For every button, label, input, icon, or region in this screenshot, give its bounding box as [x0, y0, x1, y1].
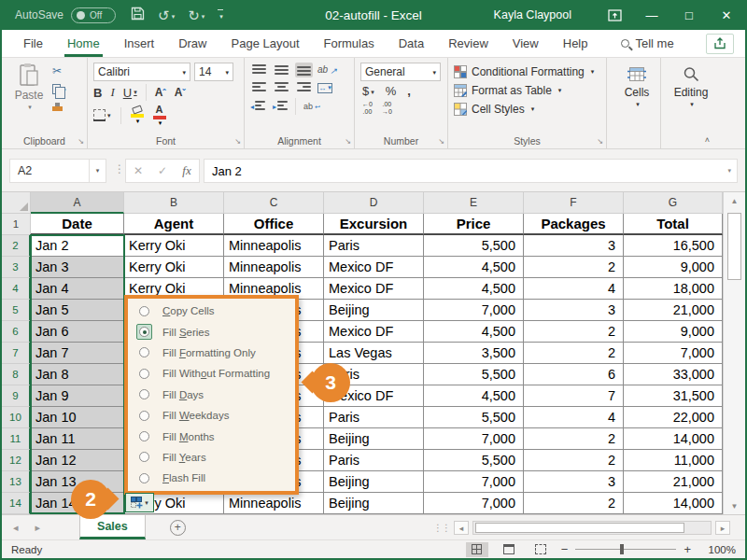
tab-view[interactable]: View	[500, 30, 551, 57]
formula-input[interactable]: Jan 2	[204, 159, 738, 183]
borders-button[interactable]	[93, 109, 111, 121]
font-dialog-launcher-icon[interactable]	[234, 137, 241, 146]
column-header-C[interactable]: C	[224, 192, 324, 214]
collapse-ribbon-icon[interactable]: ˄	[705, 135, 710, 145]
cell-styles-button[interactable]: Cell Styles	[454, 100, 600, 118]
fill-color-button[interactable]	[131, 106, 144, 125]
tab-review[interactable]: Review	[436, 30, 500, 57]
zoom-in-icon[interactable]: +	[684, 542, 691, 556]
cell-D5[interactable]: Beijing	[324, 300, 424, 321]
row-header-11[interactable]: 11	[2, 428, 31, 450]
cell-A11[interactable]: Jan 11	[31, 428, 124, 450]
cancel-icon[interactable]: ✕	[126, 164, 150, 177]
page-layout-view-button[interactable]	[498, 542, 520, 557]
cell-F4[interactable]: 4	[524, 278, 624, 300]
cut-icon[interactable]: ✂	[52, 64, 66, 77]
cell-F12[interactable]: 2	[524, 450, 624, 471]
paste-button[interactable]: Paste	[7, 63, 50, 111]
middle-align-button[interactable]	[273, 63, 290, 77]
menu-item-flash-fill[interactable]: Flash Fill	[128, 468, 295, 488]
merge-center-button[interactable]: ↔	[317, 83, 332, 93]
cell-G1[interactable]: Total	[624, 214, 723, 235]
top-align-button[interactable]	[250, 63, 268, 77]
cell-G9[interactable]: 31,500	[624, 385, 723, 407]
vertical-scroll-thumb[interactable]	[727, 213, 741, 280]
increase-decimal-button[interactable]: ←0 .00	[362, 101, 373, 115]
cell-E8[interactable]: 5,500	[424, 364, 524, 385]
select-all-corner[interactable]	[2, 192, 31, 214]
cell-E4[interactable]: 4,500	[424, 278, 524, 300]
cell-A9[interactable]: Jan 9	[31, 385, 124, 407]
cell-A8[interactable]: Jan 8	[31, 364, 124, 385]
tab-data[interactable]: Data	[387, 30, 436, 57]
zoom-slider-thumb[interactable]	[620, 544, 624, 554]
expand-formula-bar-icon[interactable]	[727, 167, 731, 175]
format-painter-icon[interactable]	[52, 106, 63, 111]
cell-F7[interactable]: 2	[524, 343, 624, 364]
cell-D11[interactable]: Beijing	[324, 428, 424, 450]
cell-B3[interactable]: Kerry Oki	[124, 257, 224, 278]
wrap-text-button[interactable]: ab	[303, 102, 320, 111]
cell-D3[interactable]: Mexico DF	[324, 257, 424, 278]
align-left-button[interactable]	[250, 80, 268, 95]
cell-D6[interactable]: Mexico DF	[324, 321, 424, 343]
name-box[interactable]: A2	[9, 159, 106, 183]
cell-E12[interactable]: 5,500	[424, 450, 524, 471]
save-icon[interactable]	[131, 7, 145, 24]
cell-E3[interactable]: 4,500	[424, 257, 524, 278]
decrease-font-size-button[interactable]: A	[175, 86, 186, 99]
cell-E6[interactable]: 4,500	[424, 321, 524, 343]
cell-D10[interactable]: Paris	[324, 407, 424, 428]
number-dialog-launcher-icon[interactable]	[438, 137, 444, 146]
clipboard-dialog-launcher-icon[interactable]	[78, 137, 84, 146]
tell-me-box[interactable]: Tell me	[621, 30, 674, 57]
cells-button[interactable]: Cells	[613, 63, 661, 108]
vertical-scrollbar[interactable]	[723, 192, 745, 514]
column-header-A[interactable]: A	[31, 192, 124, 214]
tab-formulas[interactable]: Formulas	[312, 30, 387, 57]
menu-item-fill-months[interactable]: Fill Months	[128, 426, 295, 446]
cell-C3[interactable]: Minneapolis	[224, 257, 324, 278]
horizontal-scroll-track[interactable]	[472, 521, 712, 535]
cell-G12[interactable]: 11,000	[624, 450, 723, 471]
cell-E7[interactable]: 3,500	[424, 343, 524, 364]
orientation-button[interactable]: ab	[317, 64, 337, 75]
cell-G6[interactable]: 9,000	[624, 321, 723, 343]
cell-E9[interactable]: 4,500	[424, 385, 524, 407]
row-header-5[interactable]: 5	[2, 300, 31, 321]
scrollbar-resize-handle[interactable]: ⋮⋮	[433, 523, 450, 533]
close-button[interactable]: ✕	[708, 0, 745, 30]
column-header-F[interactable]: F	[524, 192, 624, 214]
cell-B2[interactable]: Kerry Oki	[124, 235, 224, 257]
horizontal-scroll-thumb[interactable]	[475, 523, 684, 533]
accounting-format-button[interactable]: $	[362, 84, 374, 98]
comma-style-button[interactable]: ,	[407, 84, 411, 98]
bottom-align-button[interactable]	[295, 63, 313, 77]
row-header-10[interactable]: 10	[2, 407, 31, 428]
cell-F13[interactable]: 3	[524, 471, 624, 493]
copy-icon[interactable]	[52, 81, 66, 98]
cell-D12[interactable]: Paris	[324, 450, 424, 471]
format-as-table-button[interactable]: Format as Table	[454, 81, 600, 99]
insert-function-icon[interactable]: fx	[175, 163, 199, 178]
align-right-button[interactable]	[295, 80, 313, 95]
cell-D14[interactable]: Beijing	[324, 493, 424, 514]
tab-help[interactable]: Help	[551, 30, 600, 57]
new-sheet-icon[interactable]: +	[170, 520, 186, 536]
row-header-9[interactable]: 9	[2, 385, 31, 407]
cell-E1[interactable]: Price	[424, 214, 524, 235]
styles-dialog-launcher-icon[interactable]	[597, 137, 603, 146]
column-header-G[interactable]: G	[624, 192, 723, 214]
menu-item-fill-days[interactable]: Fill Days	[128, 385, 295, 405]
row-header-13[interactable]: 13	[2, 471, 31, 493]
row-header-7[interactable]: 7	[2, 343, 31, 364]
menu-item-copy-cells[interactable]: Copy Cells	[128, 301, 295, 321]
undo-icon[interactable]: ↺	[158, 8, 175, 22]
cell-G7[interactable]: 7,000	[624, 343, 723, 364]
menu-item-fill-without-formatting[interactable]: Fill Without Formatting	[128, 363, 295, 384]
prev-sheet-icon[interactable]: ◂	[13, 522, 19, 534]
cell-F9[interactable]: 7	[524, 385, 624, 407]
increase-font-size-button[interactable]: A	[155, 86, 166, 99]
cell-E2[interactable]: 5,500	[424, 235, 524, 257]
cell-G5[interactable]: 21,000	[624, 300, 723, 321]
